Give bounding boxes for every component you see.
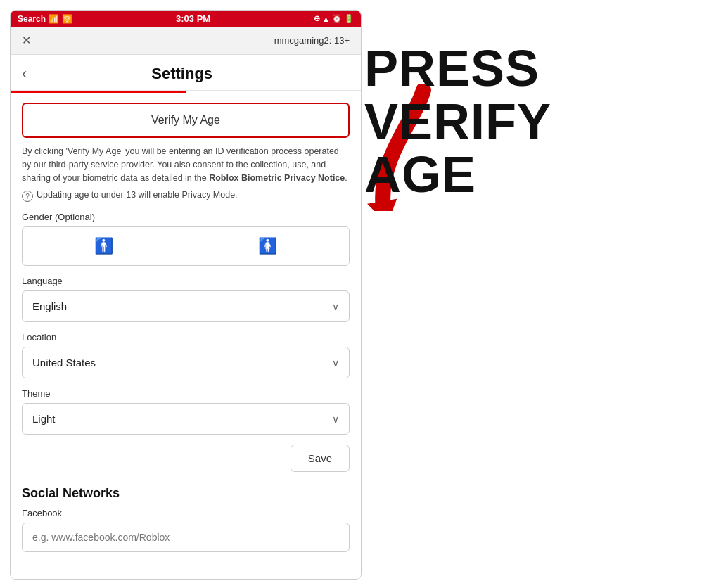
carrier-label: Search: [18, 14, 46, 24]
annotation-line3: AGE: [364, 148, 476, 202]
browser-url-text: mmcgaming2: 13+: [274, 35, 350, 46]
app-content: ‹ Settings Verify My Age By clicking 'Ve…: [11, 55, 361, 579]
annotation-line1: PRESS: [364, 42, 540, 96]
verify-age-button[interactable]: Verify My Age: [22, 103, 350, 138]
gps-icon: ⊕: [314, 14, 320, 23]
chevron-down-icon: ∨: [332, 357, 339, 369]
facebook-input[interactable]: [22, 523, 350, 552]
browser-bar: ✕ mmcgaming2: 13+: [11, 27, 361, 55]
privacy-note: ? Updating age to under 13 will enable P…: [22, 190, 350, 202]
status-bar: Search 📶 🛜 3:03 PM ⊕ ▲ ⏰ 🔋: [11, 11, 361, 27]
location-label: Location: [22, 332, 350, 343]
battery-icon: 🔋: [344, 14, 354, 23]
location-wrapper: Location United States ∨: [22, 332, 350, 378]
back-button[interactable]: ‹: [22, 65, 27, 83]
phone-frame: Search 📶 🛜 3:03 PM ⊕ ▲ ⏰ 🔋 ✕ mmcgaming2:…: [10, 10, 362, 580]
chevron-down-icon: ∨: [332, 414, 339, 425]
location-value: United States: [32, 357, 96, 369]
save-button[interactable]: Save: [291, 445, 350, 472]
press-verify-annotation: PRESS VERIFY AGE: [364, 42, 688, 202]
chevron-down-icon: ∨: [332, 301, 339, 312]
male-icon: 🚹: [94, 237, 113, 255]
status-right: ⊕ ▲ ⏰ 🔋: [314, 14, 354, 23]
theme-wrapper: Theme Light ∨: [22, 388, 350, 435]
signal-icon: 📶: [49, 14, 59, 24]
female-icon: 🚺: [258, 237, 277, 255]
language-label: Language: [22, 276, 350, 286]
facebook-label: Facebook: [22, 508, 350, 518]
wifi-icon: 🛜: [62, 14, 72, 24]
info-icon: ?: [22, 191, 33, 202]
main-content: Verify My Age By clicking 'Verify My Age…: [11, 93, 361, 562]
save-row: Save: [22, 445, 350, 472]
gender-male-button[interactable]: 🚹: [23, 227, 186, 265]
theme-value: Light: [32, 413, 56, 425]
annotation-line2: VERIFY: [364, 96, 551, 149]
settings-header: ‹ Settings: [11, 55, 361, 91]
theme-dropdown[interactable]: Light ∨: [22, 403, 350, 435]
language-wrapper: Language English ∨: [22, 276, 350, 322]
status-left: Search 📶 🛜: [18, 14, 72, 24]
page-title: Settings: [35, 65, 328, 83]
language-dropdown[interactable]: English ∨: [22, 290, 350, 322]
browser-close-button[interactable]: ✕: [22, 34, 31, 47]
social-networks-title: Social Networks: [22, 486, 350, 501]
privacy-note-text: Updating age to under 13 will enable Pri…: [37, 190, 238, 200]
arrow-icon: ▲: [322, 15, 330, 23]
biometric-link[interactable]: Roblox Biometric Privacy Notice: [209, 173, 345, 183]
language-value: English: [32, 300, 67, 312]
alarm-icon: ⏰: [332, 14, 342, 23]
gender-selector: 🚹 🚺: [22, 226, 350, 266]
gender-label: Gender (Optional): [22, 212, 350, 222]
location-dropdown[interactable]: United States ∨: [22, 347, 350, 378]
gender-female-button[interactable]: 🚺: [186, 227, 350, 265]
theme-label: Theme: [22, 388, 350, 399]
verify-description: By clicking 'Verify My Age' you will be …: [22, 145, 350, 184]
status-time: 3:03 PM: [176, 13, 210, 24]
